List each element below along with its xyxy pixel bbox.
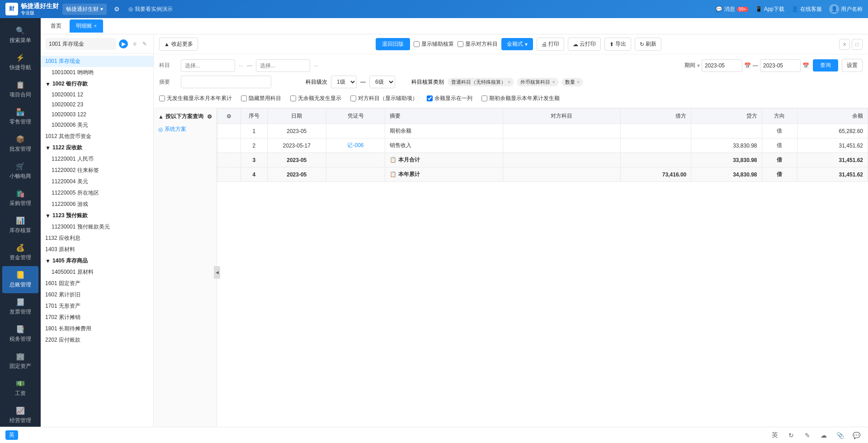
cb-balance-col[interactable]: 余额显示在一列	[427, 95, 472, 102]
tool-edit-icon[interactable]: ✎	[141, 40, 149, 48]
bottom-icon-chat[interactable]: 💬	[850, 429, 863, 442]
tree-item-10020001[interactable]: 10020001 12	[41, 90, 153, 100]
tree-item-10020003[interactable]: 10020003 122	[41, 110, 153, 119]
cal-end-icon[interactable]: 📅	[802, 62, 809, 69]
tree-item-1405[interactable]: ▼ 1405 库存商品	[41, 255, 153, 267]
sidebar-item-capital[interactable]: 💰 资金管理	[2, 239, 38, 266]
tab-close-icon[interactable]: ×	[94, 24, 97, 29]
sidebar-item-management[interactable]: 📈 经营管理	[2, 402, 38, 429]
scheme-btn[interactable]: ◎ 系统方案	[158, 123, 212, 135]
return-btn-label: 退回旧版	[382, 41, 404, 47]
print-btn[interactable]: 🖨 打印	[537, 38, 564, 51]
settings-btn[interactable]: 设置	[842, 59, 863, 72]
cb-opening[interactable]: 期初余额显示本年累计发生额	[481, 95, 560, 102]
tag-normal-text: 普通科目（无特殊核算）	[451, 79, 506, 86]
sidebar-item-wholesale[interactable]: 📦 批发管理	[2, 130, 38, 157]
tree-item-11220004[interactable]: 11220004 美元	[41, 176, 153, 187]
lang-btn[interactable]: 英	[5, 430, 18, 440]
company-selector[interactable]: 畅捷通好生财 ▾	[62, 4, 107, 15]
tree-item-2202[interactable]: 2202 应付账款	[41, 334, 153, 346]
query-btn[interactable]: 查询	[813, 59, 838, 71]
cb-hide-disabled[interactable]: 隐藏禁用科目	[241, 95, 281, 102]
show-opposite-checkbox[interactable]: 显示对方科目	[458, 40, 498, 48]
bottom-icon-attach[interactable]: 📎	[834, 429, 846, 442]
sidebar-item-project[interactable]: 📋 项目合同	[2, 76, 38, 103]
sidebar-item-inventory[interactable]: 📊 库存核算	[2, 212, 38, 239]
filter-side-collapse-btn[interactable]: ◀	[214, 266, 220, 279]
subject-end-input[interactable]	[256, 59, 310, 72]
tree-item-1801[interactable]: 1801 长期待摊费用	[41, 323, 153, 334]
demo-link[interactable]: ◎ 我要看实例演示	[128, 5, 173, 13]
sidebar-item-ecommerce[interactable]: 🛒 小畅电商	[2, 157, 38, 185]
period-end-input[interactable]	[760, 59, 801, 72]
settings-button[interactable]: ⚙	[110, 3, 123, 15]
tree-item-1002[interactable]: ▼ 1002 银行存款	[41, 78, 153, 90]
user-menu[interactable]: 👤 用户名称	[829, 4, 863, 14]
bottom-icon-refresh[interactable]: ↻	[785, 429, 797, 442]
filter-side-settings-icon[interactable]: ⚙	[207, 114, 212, 120]
message-btn[interactable]: 💬 消息 99+	[716, 5, 748, 13]
tree-item-14050001[interactable]: 14050001 原材料	[41, 267, 153, 278]
voucher-link[interactable]: 记-006	[347, 142, 363, 148]
tree-item-11220001[interactable]: 11220001 人民币	[41, 153, 153, 165]
cloud-print-btn[interactable]: ☁ 云打印	[568, 38, 601, 51]
tree-item-10020002[interactable]: 10020002 23	[41, 100, 153, 110]
tree-item-1701[interactable]: 1701 无形资产	[41, 300, 153, 312]
app-download-btn[interactable]: 📱 App下载	[755, 5, 784, 13]
tree-item-10020006[interactable]: 10020006 美元	[41, 119, 153, 131]
bottom-icon-edit[interactable]: ✎	[801, 429, 814, 442]
cell-voucher[interactable]: 记-006	[326, 138, 385, 153]
bottom-icon-translate[interactable]: 英	[769, 429, 781, 442]
more-btn[interactable]: ▲ 收起更多	[159, 38, 198, 51]
account-nav-next[interactable]: ▶	[119, 39, 128, 48]
tree-item-11220006[interactable]: 11220006 游戏	[41, 199, 153, 210]
level-end-select[interactable]: 6级	[369, 76, 395, 88]
level-start-select[interactable]: 1级	[331, 76, 357, 88]
tree-item-1122[interactable]: ▼ 1122 应收款	[41, 142, 153, 153]
sidebar-item-ledger[interactable]: 📒 总账管理	[2, 266, 38, 293]
tree-item-1403[interactable]: 1403 原材料	[41, 244, 153, 255]
tree-item-11220002[interactable]: 11220002 往来标签	[41, 165, 153, 176]
col-header-settings[interactable]: ⚙	[217, 109, 241, 124]
tag-quantity-remove[interactable]: ×	[577, 79, 580, 85]
tag-normal-remove[interactable]: ×	[508, 79, 510, 85]
show-aux-checkbox[interactable]: 显示辅助核算	[414, 40, 454, 48]
tree-item-10010001[interactable]: 10010001 哟哟哟	[41, 67, 153, 78]
tree-item-1132[interactable]: 1132 应收利息	[41, 233, 153, 244]
tab-home[interactable]: 首页	[44, 19, 68, 33]
sidebar-item-fixedasset[interactable]: 🏢 固定资产	[2, 348, 38, 375]
maximize-btn[interactable]: □	[852, 39, 863, 50]
cb-no-amount[interactable]: 无发生额显示本月本年累计	[159, 95, 232, 102]
refresh-btn[interactable]: ↻ 刷新	[635, 38, 661, 51]
sidebar-item-purchase[interactable]: 🛍️ 采购管理	[2, 185, 38, 212]
summary-input[interactable]	[181, 76, 271, 88]
cb-no-balance[interactable]: 无余额无发生显示	[290, 95, 341, 102]
tree-item-1602[interactable]: 1602 累计折旧	[41, 289, 153, 300]
bottom-icon-cloud[interactable]: ☁	[817, 429, 830, 442]
sidebar-item-search[interactable]: 🔍 搜索菜单	[2, 22, 38, 49]
tag-foreign-remove[interactable]: ×	[552, 79, 555, 85]
sidebar-item-salary[interactable]: 💵 工资	[2, 375, 38, 402]
amount-format-btn[interactable]: 金额式 ▾	[501, 38, 533, 50]
tree-item-1601[interactable]: 1601 固定资产	[41, 278, 153, 289]
tree-item-1702[interactable]: 1702 累计摊销	[41, 312, 153, 323]
tree-item-1001[interactable]: 1001 库存现金	[41, 56, 153, 67]
sidebar-item-invoice[interactable]: 🧾 发票管理	[2, 293, 38, 320]
sidebar-item-retail[interactable]: 🏪 零售管理	[2, 103, 38, 130]
cb-opposite-aux[interactable]: 对方科目（显示辅助项）	[350, 95, 418, 102]
close-panel-btn[interactable]: ×	[839, 39, 850, 50]
tree-item-11220005[interactable]: 11220005 所在地区	[41, 187, 153, 199]
period-start-input[interactable]	[702, 59, 742, 72]
online-service-btn[interactable]: 👤 在线客服	[792, 5, 822, 13]
cal-start-icon[interactable]: 📅	[744, 62, 751, 69]
subject-input[interactable]	[181, 59, 235, 72]
return-old-btn[interactable]: 退回旧版	[376, 38, 410, 50]
sidebar-item-quicknav[interactable]: ⚡ 快捷导航	[2, 49, 38, 76]
tab-detail[interactable]: 明细账 ×	[70, 19, 103, 33]
tree-item-11230001[interactable]: 11230001 预付账款美元	[41, 221, 153, 233]
tool-list-icon[interactable]: ≡	[131, 40, 139, 48]
sidebar-item-tax[interactable]: 📑 税务管理	[2, 320, 38, 348]
export-btn[interactable]: ⬆ 导出	[604, 38, 631, 51]
tree-item-1012[interactable]: 1012 其他货币资金	[41, 131, 153, 142]
tree-item-1123[interactable]: ▼ 1123 预付账款	[41, 210, 153, 221]
